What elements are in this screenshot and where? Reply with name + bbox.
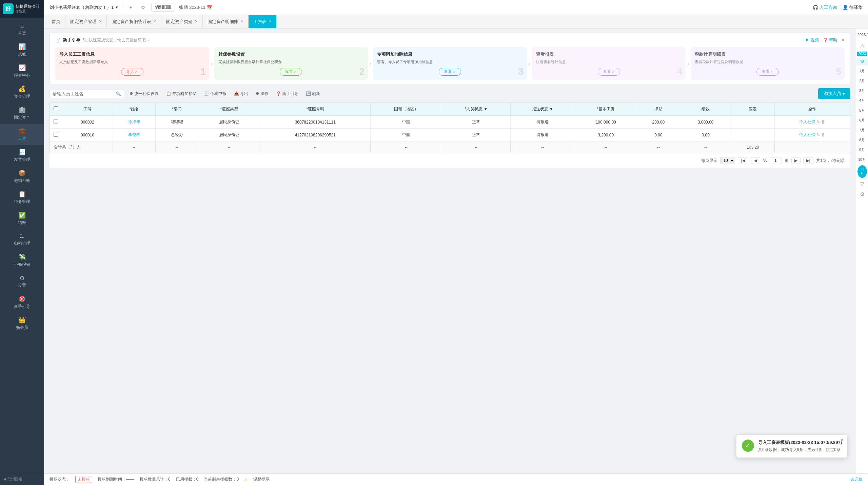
month-item-12[interactable]: 12: [856, 58, 868, 66]
edit-icon[interactable]: ✎: [816, 119, 820, 124]
name-link[interactable]: 徐泽华: [128, 119, 140, 124]
sidebar-item-资金管理[interactable]: 💰资金管理: [0, 82, 44, 103]
guide-header: 📄 新手引导 5步快速完成设置，快去完善信息吧～ ▶ 视频 ❓ 帮助: [55, 37, 845, 43]
toast-content: 导入工资表模板(2023-03-23 15:07:59.897) 共9条数据，成…: [758, 440, 842, 453]
toast-close-btn[interactable]: ✕: [840, 437, 844, 443]
tab-close-icon[interactable]: ✕: [99, 19, 102, 24]
month-item-11月[interactable]: 11月: [857, 165, 867, 178]
tab-close-icon[interactable]: ✕: [240, 19, 243, 24]
page-input[interactable]: [770, 157, 782, 164]
sidebar-item-归档管理[interactable]: 🗂归档管理: [0, 229, 44, 250]
tab-固定资产明细账[interactable]: 固定资产明细账✕: [203, 15, 249, 28]
add-person-btn[interactable]: 添加人员 ▾: [818, 88, 850, 99]
tab-close-icon[interactable]: ✕: [269, 19, 272, 24]
month-item-2月[interactable]: 2月: [856, 77, 868, 85]
step-btn-4[interactable]: 查看＞: [598, 68, 620, 76]
step-btn-2[interactable]: 设置＞: [280, 68, 302, 76]
op-link[interactable]: 个人社保: [799, 119, 815, 124]
action-btn-操作[interactable]: ⚙操作: [253, 89, 271, 98]
guide-icon: 📄: [55, 38, 61, 43]
sidebar-item-税务管理[interactable]: 📋税务管理: [0, 187, 44, 208]
expire-label: 授权到期时间：——: [98, 477, 134, 482]
tab-工资表[interactable]: 工资表✕: [249, 15, 277, 28]
video-link[interactable]: ▶ 视频: [805, 37, 818, 43]
sidebar-item-设置[interactable]: ⚙设置: [0, 271, 44, 292]
month-item-3月[interactable]: 3月: [856, 87, 868, 95]
month-item-9月[interactable]: 9月: [856, 146, 868, 154]
name-link[interactable]: 李俊杰: [128, 132, 140, 137]
cancel-fixed-btn[interactable]: ◀ 取消固定: [0, 473, 44, 485]
first-page-btn[interactable]: |◀: [738, 157, 748, 164]
action-btn-新手引导[interactable]: ❓新手引导: [273, 89, 301, 98]
last-page-btn[interactable]: ▶|: [803, 157, 813, 164]
col-header-5: 国籍（地区）: [370, 103, 442, 116]
action-btn-专项附加扣除[interactable]: 📋专项附加扣除: [163, 89, 199, 98]
nav-icon: 🏢: [18, 106, 26, 114]
edit-icon[interactable]: ✎: [816, 132, 820, 137]
step-btn-1[interactable]: 导入＞: [121, 68, 143, 76]
month-item-5月[interactable]: 5月: [856, 106, 868, 115]
cell-dept: 嗯嗯嗯: [156, 116, 198, 129]
app-logo[interactable]: 好 畅捷通好会计 专业版: [0, 0, 44, 18]
panel-down-icon[interactable]: ▽: [859, 179, 866, 188]
row-checkbox[interactable]: [54, 119, 58, 124]
panel-settings-icon[interactable]: ⚙: [859, 190, 866, 199]
step-arrow-icon: ›: [687, 60, 689, 68]
action-btn-刷新[interactable]: 🔄刷新: [303, 89, 323, 98]
row-checkbox[interactable]: [54, 132, 58, 137]
sidebar-item-固定资产[interactable]: 🏢固定资产: [0, 103, 44, 124]
recharge-link[interactable]: 去充值: [850, 477, 863, 482]
sidebar-item-发票管理[interactable]: 🧾发票管理: [0, 145, 44, 166]
step-btn-5[interactable]: 查看＞: [756, 68, 779, 76]
month-item-10月[interactable]: 10月: [856, 155, 868, 164]
sidebar-item-小畅报销[interactable]: 💸小畅报销: [0, 250, 44, 271]
step-num: 1: [200, 66, 206, 77]
page-size-select[interactable]: 10 20 50: [720, 157, 735, 164]
delete-icon[interactable]: 🗑: [821, 119, 825, 124]
month-item-7月[interactable]: 7月: [856, 126, 868, 134]
add-account-btn[interactable]: ＋: [126, 3, 135, 12]
tab-固定资产类别[interactable]: 固定资产类别✕: [161, 15, 203, 28]
sidebar-item-畅会员[interactable]: 👑畅会员: [0, 313, 44, 334]
year-badge: 2023: [857, 52, 867, 56]
action-btn-统一社保设置[interactable]: ⚙统一社保设置: [127, 89, 161, 98]
panel-up-icon[interactable]: △: [859, 41, 866, 50]
app-name: 畅捷通好会计: [16, 4, 40, 9]
user-menu[interactable]: 👤 徐泽华: [843, 4, 863, 11]
guide-step-4: 查看报表 快速查看统计信息 查看＞ 4: [532, 47, 686, 80]
step-btn-3[interactable]: 查看＞: [439, 68, 461, 76]
help-link[interactable]: ❓ 帮助: [823, 37, 837, 43]
action-btn-导出[interactable]: 📤导出: [231, 89, 251, 98]
tab-固定资产管理[interactable]: 固定资产管理✕: [65, 15, 107, 28]
sidebar-item-总账[interactable]: 📊总账: [0, 40, 44, 61]
op-link[interactable]: 个人社保: [799, 132, 815, 137]
sidebar-item-进销台账[interactable]: 📦进销台账: [0, 166, 44, 187]
sidebar-item-工资[interactable]: 💼工资: [0, 124, 44, 145]
tab-close-icon[interactable]: ✕: [153, 19, 156, 24]
month-item-6月[interactable]: 6月: [856, 116, 868, 125]
sidebar-item-结账[interactable]: ✅结账: [0, 208, 44, 229]
guide-close-btn[interactable]: ✕: [841, 38, 845, 42]
sidebar-item-报表中心[interactable]: 📈报表中心: [0, 61, 44, 82]
sidebar-item-新手引导[interactable]: 🎯新手引导: [0, 292, 44, 313]
sidebar-item-首页[interactable]: ⌂首页: [0, 19, 44, 40]
search-input[interactable]: [53, 91, 114, 96]
tab-label: 固定资产明细账: [208, 19, 238, 25]
step-title: 专项附加扣除信息: [377, 51, 523, 57]
prev-page-btn[interactable]: ◀: [751, 157, 760, 164]
action-btn-个税申报[interactable]: 🧾个税申报: [201, 89, 229, 98]
account-selector[interactable]: 刘小艳演示账套（勿删勿动！）1 ▾: [50, 4, 118, 11]
tab-close-icon[interactable]: ✕: [195, 19, 198, 24]
search-icon: 🔍: [116, 91, 121, 96]
month-item-4月[interactable]: 4月: [856, 96, 868, 105]
next-page-btn[interactable]: ▶: [791, 157, 801, 164]
tab-固定资产折旧统计表[interactable]: 固定资产折旧统计表✕: [107, 15, 161, 28]
delete-icon[interactable]: 🗑: [821, 132, 825, 137]
settings-btn[interactable]: ⚙: [139, 3, 147, 11]
switch-version-btn[interactable]: 切到旧版: [151, 3, 175, 12]
month-item-1月[interactable]: 1月: [856, 67, 868, 75]
month-item-8月[interactable]: 8月: [856, 136, 868, 144]
service-btn[interactable]: 🎧 人工咨询: [813, 4, 837, 11]
tab-首页[interactable]: 首页: [47, 15, 65, 28]
select-all-checkbox[interactable]: [54, 106, 58, 111]
